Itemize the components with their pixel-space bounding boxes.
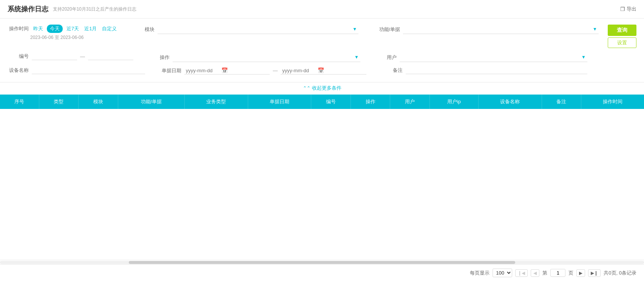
voucher-date-start[interactable] [186, 68, 220, 73]
col-user-ip: 用户ip [429, 95, 478, 109]
next-page-btn[interactable]: ▶ [576, 269, 585, 277]
time-label: 操作时间 [8, 25, 29, 32]
last-page-btn[interactable]: ▶❙ [588, 269, 601, 277]
time-option-today[interactable]: 今天 [47, 25, 63, 33]
user-select[interactable]: ▼ [400, 53, 587, 62]
table-header: 序号 类型 模块 功能/单据 业务类型 单据日期 编号 操作 用户 用户ip 设… [0, 95, 644, 109]
voucher-date-end[interactable] [282, 68, 316, 73]
operation-label: 操作 [148, 54, 170, 61]
calendar-icon-start[interactable]: 📅 [221, 67, 228, 73]
voucher-date-label: 单据日期 [160, 67, 181, 74]
page-number-input[interactable]: 1 [550, 269, 565, 277]
collapse-icon: ⌃⌃ [303, 85, 310, 91]
time-option-custom[interactable]: 自定义 [100, 25, 118, 33]
col-module: 模块 [79, 95, 118, 109]
code-dash: — [80, 54, 85, 59]
col-op-time: 操作时间 [581, 95, 644, 109]
module-dropdown-icon: ▼ [352, 26, 357, 32]
horizontal-scrollbar[interactable] [0, 260, 644, 264]
settings-button[interactable]: 设置 [608, 37, 636, 48]
remark-input[interactable] [406, 67, 588, 74]
export-icon: ❐ [620, 6, 625, 12]
function-label: 功能/单据 [374, 26, 400, 33]
pagination-bar: 每页显示 100 50 200 ❙◀ ◀ 第 1 页 ▶ ▶❙ 共0页, 0条记… [0, 264, 644, 281]
col-remark: 备注 [542, 95, 581, 109]
time-options: 昨天 今天 近7天 近1月 自定义 [32, 25, 118, 33]
prev-page-btn[interactable]: ◀ [531, 269, 539, 277]
operation-select-value [174, 53, 353, 61]
user-select-value [401, 53, 580, 61]
device-label: 设备名称 [8, 67, 29, 74]
device-input[interactable] [32, 67, 145, 74]
table-header-row: 序号 类型 模块 功能/单据 业务类型 单据日期 编号 操作 用户 用户ip 设… [0, 95, 644, 109]
filter-group-operation: 操作 ▼ [148, 53, 360, 62]
action-buttons: 查询 设置 [608, 25, 636, 48]
operation-select[interactable]: ▼ [173, 53, 360, 62]
function-select-value [405, 25, 591, 33]
date-divider: — [273, 68, 278, 73]
export-button[interactable]: ❐ 导出 [620, 6, 636, 12]
page-title: 系统操作日志 [8, 5, 48, 14]
table-area: 序号 类型 模块 功能/单据 业务类型 单据日期 编号 操作 用户 用户ip 设… [0, 95, 644, 260]
filter-group-time: 操作时间 昨天 今天 近7天 近1月 自定义 2023-06-06 至 2023… [8, 25, 118, 41]
code-label: 编号 [8, 53, 29, 60]
export-label: 导出 [627, 6, 636, 12]
time-range-display: 2023-06-06 至 2023-06-06 [30, 34, 83, 41]
filter-row-2: 编号 — 操作 ▼ 用户 [8, 53, 636, 62]
voucher-date-start-wrap: 📅 [184, 67, 270, 75]
filter-row-3: 设备名称 单据日期 📅 — 📅 [8, 67, 636, 75]
total-label: 共0页, 0条记录 [604, 270, 636, 276]
time-option-7days[interactable]: 近7天 [65, 25, 80, 33]
filter-section: 操作时间 昨天 今天 近7天 近1月 自定义 2023-06-06 至 2023… [0, 19, 644, 95]
col-seq: 序号 [0, 95, 39, 109]
filter-group-user: 用户 ▼ [375, 53, 587, 62]
page-suffix-label: 页 [568, 270, 573, 276]
module-select-value [159, 25, 351, 33]
filter-group-code: 编号 — [8, 53, 133, 60]
filter-group-remark: 备注 [381, 67, 588, 74]
filter-group-module: 模块 ▼ [133, 25, 358, 34]
col-user: 用户 [390, 95, 429, 109]
filter-area: 操作时间 昨天 今天 近7天 近1月 自定义 2023-06-06 至 2023… [0, 19, 644, 82]
time-option-yesterday[interactable]: 昨天 [32, 25, 45, 33]
code-input-end[interactable] [88, 53, 133, 60]
collapse-label: 收起更多条件 [312, 85, 341, 92]
operation-dropdown-icon: ▼ [354, 54, 359, 60]
code-input-start[interactable] [32, 53, 77, 60]
page-subtitle: 支持2020年10月31日之后产生的操作日志 [53, 6, 136, 12]
page-size-select[interactable]: 100 50 200 [493, 269, 512, 277]
col-biz-type: 业务类型 [185, 95, 248, 109]
page-wrapper: 系统操作日志 支持2020年10月31日之后产生的操作日志 ❐ 导出 操作时间 … [0, 0, 644, 281]
col-type: 类型 [39, 95, 78, 109]
filter-row-1: 操作时间 昨天 今天 近7天 近1月 自定义 2023-06-06 至 2023… [8, 25, 636, 48]
function-dropdown-icon: ▼ [593, 26, 597, 32]
query-button[interactable]: 查询 [608, 25, 636, 36]
user-label: 用户 [375, 54, 397, 61]
time-option-1month[interactable]: 近1月 [83, 25, 98, 33]
remark-label: 备注 [381, 67, 403, 74]
col-function: 功能/单据 [118, 95, 184, 109]
col-operation: 操作 [351, 95, 390, 109]
col-device-name: 设备名称 [478, 95, 542, 109]
filter-group-device: 设备名称 [8, 67, 145, 74]
page-prefix-label: 第 [542, 270, 547, 276]
scroll-thumb [129, 261, 515, 264]
scroll-track [0, 261, 644, 264]
function-select[interactable]: ▼ [403, 25, 599, 34]
user-dropdown-icon: ▼ [581, 54, 586, 60]
voucher-date-end-wrap: 📅 [281, 67, 366, 75]
per-page-label: 每页显示 [470, 270, 490, 276]
col-code: 编号 [311, 95, 351, 109]
module-select[interactable]: ▼ [158, 25, 358, 34]
col-voucher-date: 单据日期 [248, 95, 311, 109]
page-header: 系统操作日志 支持2020年10月31日之后产生的操作日志 ❐ 导出 [0, 0, 644, 19]
module-label: 模块 [133, 26, 154, 33]
collapse-bar: ⌃⌃ 收起更多条件 [0, 82, 644, 95]
data-table: 序号 类型 模块 功能/单据 业务类型 单据日期 编号 操作 用户 用户ip 设… [0, 95, 644, 109]
filter-group-function: 功能/单据 ▼ [374, 25, 599, 34]
calendar-icon-end[interactable]: 📅 [318, 67, 324, 73]
filter-group-voucher-date: 单据日期 📅 — 📅 [160, 67, 366, 75]
first-page-btn[interactable]: ❙◀ [515, 269, 528, 277]
collapse-button[interactable]: ⌃⌃ 收起更多条件 [303, 85, 341, 92]
